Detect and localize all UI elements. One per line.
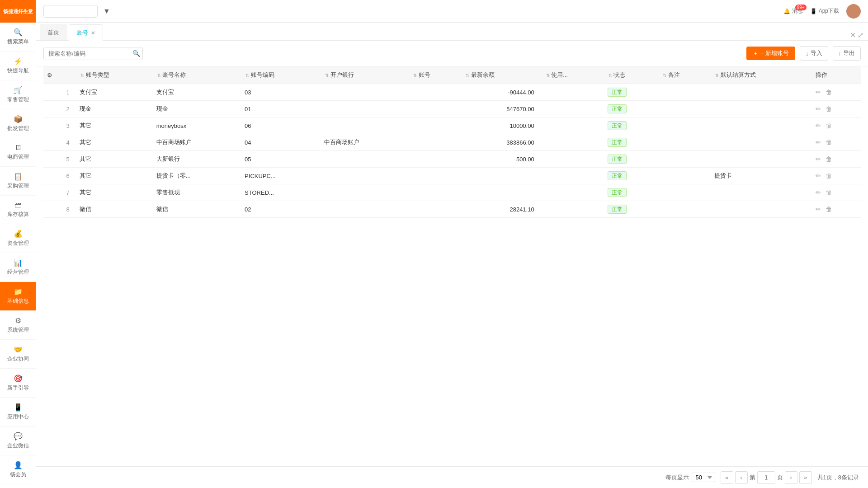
- newbie-icon: 🎯: [2, 374, 34, 383]
- row-code-cell: 04: [241, 134, 321, 151]
- status-badge: 正常: [608, 88, 627, 97]
- sidebar-item-purchase[interactable]: 📋 采购管理: [0, 167, 36, 196]
- col-bank[interactable]: ⇅ 开户银行: [321, 66, 409, 84]
- row-default-settlement-cell: [711, 201, 812, 218]
- row-balance-cell: 10000.00: [461, 117, 542, 134]
- sidebar-item-wholesale[interactable]: 📦 批发管理: [0, 109, 36, 138]
- delete-button[interactable]: 🗑: [826, 189, 832, 196]
- row-remark-cell: [658, 201, 711, 218]
- edit-button[interactable]: ✏: [816, 206, 821, 213]
- sidebar-item-purchase-label: 采购管理: [7, 183, 29, 189]
- app-download-label: App下载: [819, 7, 839, 15]
- edit-button[interactable]: ✏: [816, 155, 821, 163]
- header-search-input[interactable]: [43, 5, 98, 18]
- sidebar-item-shortcut[interactable]: ⚡ 快捷导航: [0, 52, 36, 80]
- col-settings[interactable]: ⚙: [43, 66, 60, 84]
- sort-icon: ⇅: [157, 73, 161, 78]
- col-default-settlement[interactable]: ⇅ 默认结算方式: [711, 66, 812, 84]
- sidebar-item-basic[interactable]: 📁 基础信息: [0, 282, 36, 311]
- col-remark[interactable]: ⇅ 备注: [658, 66, 711, 84]
- export-button[interactable]: ↑ 导出: [833, 46, 861, 61]
- app-download-button[interactable]: 📱 App下载: [810, 7, 839, 15]
- user-avatar[interactable]: [846, 4, 861, 19]
- row-balance-cell: 547670.00: [461, 101, 542, 117]
- status-badge: 正常: [608, 104, 627, 113]
- sidebar: 畅捷通好生意 🔍 搜索菜单 ⚡ 快捷导航 🛒 零售管理 📦 批发管理 🖥 电商管…: [0, 0, 36, 488]
- tab-account[interactable]: 账号 ✕: [69, 24, 103, 41]
- row-code-cell: 03: [241, 84, 321, 101]
- row-balance-cell: [461, 168, 542, 184]
- delete-button[interactable]: 🗑: [826, 105, 832, 113]
- sidebar-item-search[interactable]: 🔍 搜索菜单: [0, 23, 36, 52]
- row-status-cell: 正常: [604, 151, 659, 168]
- sidebar-item-appcenter[interactable]: 📱 应用中心: [0, 398, 36, 427]
- col-balance[interactable]: ⇅ 最新余额: [461, 66, 542, 84]
- sidebar-item-ecommerce[interactable]: 🖥 电商管理: [0, 138, 36, 167]
- tab-account-label: 账号: [76, 29, 88, 37]
- col-name[interactable]: ⇅ 账号名称: [153, 66, 241, 84]
- col-type[interactable]: ⇅ 账号类型: [76, 66, 153, 84]
- delete-button[interactable]: 🗑: [826, 139, 832, 146]
- row-status-cell: 正常: [604, 117, 659, 134]
- sort-icon: ⇅: [715, 73, 719, 78]
- sidebar-item-system[interactable]: ⚙ 系统管理: [0, 311, 36, 340]
- tab-close-icon[interactable]: ✕: [849, 30, 857, 40]
- row-type-cell: 支付宝: [76, 84, 153, 101]
- search-button[interactable]: 🔍: [129, 50, 143, 57]
- edit-button[interactable]: ✏: [816, 139, 821, 146]
- sidebar-item-retail[interactable]: 🛒 零售管理: [0, 80, 36, 109]
- page-first-button[interactable]: «: [721, 471, 733, 484]
- header-right: 🔔 消息 99+ 📱 App下载: [783, 4, 861, 19]
- accounts-table: ⚙ ⇅ 账号类型 ⇅ 账号名称 ⇅ 账号编码: [43, 66, 861, 218]
- tab-maximize-icon[interactable]: ⤢: [857, 30, 864, 40]
- edit-button[interactable]: ✏: [816, 122, 821, 129]
- col-usage[interactable]: ⇅ 使用...: [542, 66, 604, 84]
- main-wrapper: ▼ 🔔 消息 99+ 📱 App下载 首页 账号 ✕ ✕ ⤢: [36, 0, 868, 488]
- edit-button[interactable]: ✏: [816, 105, 821, 113]
- delete-button[interactable]: 🗑: [826, 89, 832, 96]
- message-button[interactable]: 🔔 消息 99+: [783, 7, 803, 15]
- row-num-cell: 5: [60, 151, 76, 168]
- delete-button[interactable]: 🗑: [826, 172, 832, 179]
- table-search-input[interactable]: [44, 47, 129, 60]
- sidebar-item-member[interactable]: 👤 畅会员: [0, 455, 36, 484]
- sidebar-item-finance[interactable]: 💰 资金管理: [0, 224, 36, 253]
- row-default-settlement-cell: [711, 134, 812, 151]
- row-account-no-cell: [409, 84, 461, 101]
- page-next-button[interactable]: ›: [785, 471, 797, 484]
- enterprise-icon: 🤝: [2, 345, 34, 354]
- sidebar-item-newbie-label: 新手引导: [7, 385, 29, 391]
- page-last-button[interactable]: »: [799, 471, 812, 484]
- add-account-button[interactable]: ＋ + 新增账号: [746, 47, 795, 60]
- sidebar-item-enterprise[interactable]: 🤝 企业协同: [0, 340, 36, 369]
- sort-icon: ⇅: [609, 73, 612, 78]
- header-dropdown-icon[interactable]: ▼: [103, 7, 110, 15]
- import-button[interactable]: ↓ 导入: [800, 46, 828, 61]
- sidebar-item-newbie[interactable]: 🎯 新手引导: [0, 369, 36, 398]
- col-account-no[interactable]: ⇅ 账号: [409, 66, 461, 84]
- sidebar-item-inventory[interactable]: 🗃 库存核算: [0, 196, 36, 224]
- row-balance-cell: [461, 184, 542, 201]
- status-badge: 正常: [608, 138, 627, 147]
- delete-button[interactable]: 🗑: [826, 206, 832, 213]
- delete-button[interactable]: 🗑: [826, 155, 832, 163]
- edit-button[interactable]: ✏: [816, 189, 821, 196]
- edit-button[interactable]: ✏: [816, 172, 821, 179]
- sidebar-item-search-label: 搜索菜单: [7, 38, 29, 45]
- row-account-no-cell: [409, 134, 461, 151]
- sidebar-item-operations[interactable]: 📊 经营管理: [0, 253, 36, 282]
- col-status[interactable]: ⇅ 状态: [604, 66, 659, 84]
- page-prev-button[interactable]: ‹: [735, 471, 748, 484]
- page-size-select[interactable]: 50 100 200: [692, 473, 715, 482]
- row-num-cell: 6: [60, 168, 76, 184]
- search-wrap: 🔍: [43, 47, 143, 60]
- delete-button[interactable]: 🗑: [826, 122, 832, 129]
- col-code[interactable]: ⇅ 账号编码: [241, 66, 321, 84]
- table-row: 1 支付宝 支付宝 03 -90444.00 正常 ✏ 🗑: [43, 84, 861, 101]
- page-number-input[interactable]: [757, 471, 775, 484]
- tab-home[interactable]: 首页: [40, 24, 67, 40]
- sidebar-item-corpwx[interactable]: 💬 企业微信: [0, 427, 36, 455]
- row-usage-cell: [542, 201, 604, 218]
- tab-account-close[interactable]: ✕: [91, 30, 95, 36]
- edit-button[interactable]: ✏: [816, 89, 821, 96]
